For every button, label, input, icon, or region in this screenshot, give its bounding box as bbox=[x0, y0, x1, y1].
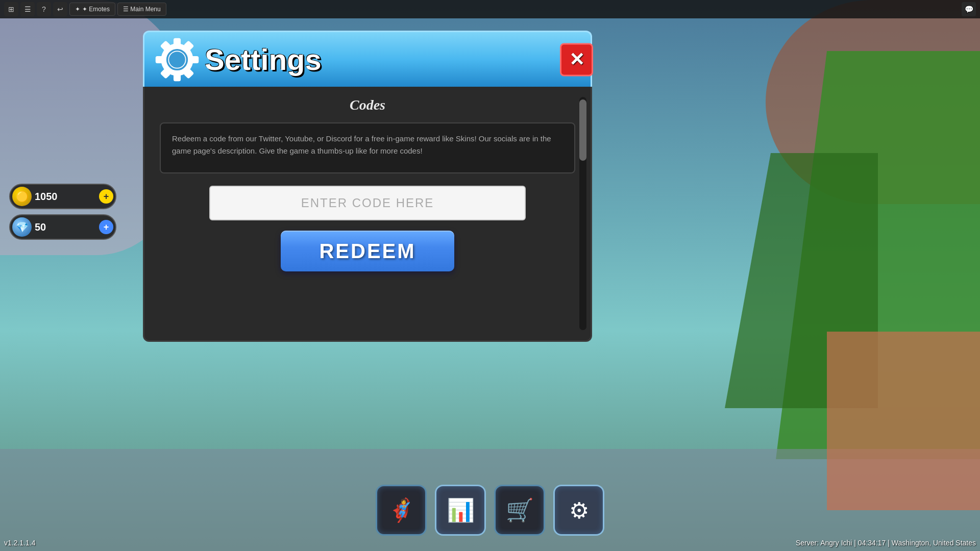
bottom-toolbar: 🦸 📊 🛒 ⚙ bbox=[376, 485, 604, 536]
dialog-title: Settings bbox=[205, 42, 322, 77]
code-input[interactable] bbox=[209, 186, 526, 220]
close-button[interactable]: ✕ bbox=[560, 43, 593, 76]
toolbar-shop-button[interactable]: 🛒 bbox=[494, 485, 545, 536]
emotes-button[interactable]: ✦ ✦ Emotes bbox=[69, 3, 115, 16]
dialog-header: Settings ✕ bbox=[143, 31, 592, 87]
emotes-label: ✦ Emotes bbox=[82, 6, 110, 13]
scrollbar-thumb[interactable] bbox=[579, 99, 586, 161]
scrollbar[interactable] bbox=[579, 97, 586, 330]
diamond-add-button[interactable]: + bbox=[99, 220, 113, 234]
toolbar-settings-button[interactable]: ⚙ bbox=[553, 485, 604, 536]
chat-icon[interactable]: 💬 bbox=[962, 2, 976, 16]
description-box: Redeem a code from our Twitter, Youtube,… bbox=[160, 122, 575, 173]
top-bar: ⊞ ☰ ? ↩ ✦ ✦ Emotes ☰ Main Menu 💬 bbox=[0, 0, 980, 18]
emotes-star-icon: ✦ bbox=[75, 6, 80, 13]
gold-add-button[interactable]: + bbox=[99, 189, 113, 204]
main-menu-label: ☰ Main Menu bbox=[123, 6, 161, 13]
gold-value: 1050 bbox=[35, 191, 96, 203]
settings-dialog: Settings ✕ Codes Redeem a code from our … bbox=[143, 31, 592, 342]
section-title: Codes bbox=[160, 97, 575, 113]
main-menu-button[interactable]: ☰ Main Menu bbox=[117, 3, 166, 16]
diamond-currency-bar: 💎 50 + bbox=[9, 214, 116, 240]
diamond-value: 50 bbox=[35, 221, 96, 233]
svg-point-9 bbox=[169, 52, 185, 68]
gold-icon: 🟡 bbox=[12, 187, 32, 206]
gold-currency-bar: 🟡 1050 + bbox=[9, 184, 116, 209]
server-text: Server: Angry Ichi | 04:34:17 | Washingt… bbox=[796, 539, 976, 547]
toolbar-leaderboard-button[interactable]: 📊 bbox=[435, 485, 486, 536]
dialog-body: Codes Redeem a code from our Twitter, Yo… bbox=[143, 87, 592, 342]
settings-gear-icon bbox=[155, 37, 200, 82]
redeem-button[interactable]: REDEEM bbox=[281, 231, 454, 271]
help-icon[interactable]: ? bbox=[37, 2, 51, 16]
toolbar-characters-button[interactable]: 🦸 bbox=[376, 485, 427, 536]
version-text: v1.2.1.1.4 bbox=[4, 539, 36, 547]
redeem-button-wrapper: REDEEM bbox=[160, 231, 575, 271]
code-input-wrapper bbox=[209, 186, 526, 220]
backpack-icon[interactable]: ☰ bbox=[20, 2, 35, 16]
back-icon[interactable]: ↩ bbox=[53, 2, 67, 16]
diamond-icon: 💎 bbox=[12, 217, 32, 237]
currency-container: 🟡 1050 + 💎 50 + bbox=[9, 184, 116, 240]
roblox-home-icon[interactable]: ⊞ bbox=[4, 2, 18, 16]
